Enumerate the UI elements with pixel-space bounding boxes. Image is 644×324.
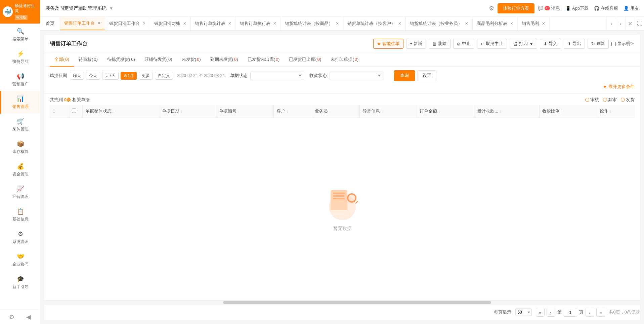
tab-home[interactable]: 首页	[40, 17, 60, 30]
tab-close-icon[interactable]: ✕	[510, 21, 513, 26]
select-all-checkbox[interactable]	[72, 109, 76, 113]
sidebar-item-marketing[interactable]: 📢 营销推广	[0, 69, 40, 91]
sidebar-item-purchase[interactable]: 🛒 采购管理	[0, 114, 40, 136]
cancel-stop-btn[interactable]: ↩ 取消中止	[477, 39, 507, 49]
tab-cash-clear[interactable]: 钱货日清工作台✕	[105, 17, 150, 30]
sort-icon-customer: ↕	[287, 110, 288, 113]
import-btn[interactable]: ⬇ 导入	[540, 39, 561, 49]
action-audit[interactable]: 审核	[585, 97, 599, 103]
prev-page-btn[interactable]: ‹	[547, 308, 555, 317]
date-btn-自定义[interactable]: 自定义	[155, 72, 173, 80]
show-detail-checkbox[interactable]: 显示明细	[611, 41, 635, 47]
scroll-thumb[interactable]	[223, 301, 491, 304]
trial-button[interactable]: 体验行业方案	[498, 3, 534, 13]
sub-tab-shipped-not-out[interactable]: 已发货未出库(0)	[243, 53, 285, 67]
date-btn-更多[interactable]: 更多	[139, 72, 153, 80]
sidebar-item-inventory[interactable]: 📦 库存核算	[0, 136, 40, 159]
tab-cash-account[interactable]: 钱货日清对账✕	[150, 17, 191, 30]
settings-bottom-icon[interactable]: ⚙	[9, 313, 14, 321]
date-btn-今天[interactable]: 今天	[86, 72, 100, 80]
sidebar-item-label: 基础信息	[12, 216, 29, 222]
add-btn[interactable]: + 新增	[406, 39, 426, 49]
refresh-btn[interactable]: ↻ 刷新	[588, 39, 609, 49]
filter-settings-button[interactable]: 设置	[418, 70, 436, 81]
sidebar-item-operations[interactable]: 📈 经营管理	[0, 181, 40, 204]
sub-tab-shipped-out[interactable]: 已发货已出库(0)	[284, 53, 326, 67]
date-btn-近1月[interactable]: 近1月	[121, 72, 137, 80]
sidebar-item-finance[interactable]: 💰 资金管理	[0, 159, 40, 181]
action-unaudit[interactable]: 弃审	[603, 97, 617, 103]
sub-tab-pending[interactable]: 待审核(0)	[74, 53, 102, 67]
tab-close-icon[interactable]: ✕	[273, 21, 276, 26]
query-button[interactable]: 查询	[394, 70, 415, 81]
tabbar-next-arrow[interactable]: ›	[616, 17, 625, 30]
app-download-item[interactable]: 📱 App下载	[565, 5, 589, 11]
delete-btn[interactable]: 🗑 删除	[429, 39, 450, 49]
sidebar-item-quick[interactable]: ⚡ 快捷导航	[0, 46, 40, 69]
th-checkbox[interactable]	[69, 105, 83, 118]
payment-select[interactable]	[330, 72, 383, 80]
tab-close-icon[interactable]: ✕	[228, 21, 231, 26]
tab-close-icon[interactable]: ✕	[542, 21, 545, 26]
smart-btn[interactable]: ★ 智能生单	[373, 39, 403, 49]
tab-goods-stats-product[interactable]: 销货单统计表（按商品）✕	[281, 17, 343, 30]
tab-close-icon[interactable]: ✕	[142, 21, 146, 26]
search-icon: 🔍	[17, 28, 24, 35]
sidebar-item-system[interactable]: ⚙ 系统管理	[0, 226, 40, 249]
topbar-settings-icon[interactable]: ⚙	[489, 5, 494, 12]
tab-sales-stats[interactable]: 销售订单统计表✕	[191, 17, 236, 30]
user-item[interactable]: 👤 用友	[624, 5, 639, 11]
delete-icon: 🗑	[432, 41, 437, 46]
show-detail-input[interactable]	[611, 42, 616, 46]
sub-tab-all[interactable]: 全部(0)	[50, 53, 74, 67]
tab-sales-profit[interactable]: 销售毛利✕	[518, 17, 550, 30]
sub-tab-wangpu[interactable]: 旺铺待发货(0)	[140, 53, 177, 67]
sidebar-item-sales[interactable]: 📊 销售管理	[0, 91, 40, 114]
topbar-title-arrow[interactable]: ▼	[109, 6, 113, 11]
tab-close-icon[interactable]: ✕	[465, 21, 468, 26]
sidebar-item-label: 资金管理	[12, 171, 29, 177]
last-page-btn[interactable]: »	[596, 308, 605, 317]
per-page-select[interactable]: 50 100 200	[515, 309, 532, 316]
first-page-btn[interactable]: «	[536, 308, 545, 317]
export-btn[interactable]: ⬆ 导出	[564, 39, 585, 49]
tab-sales-workbench[interactable]: 销售订单工作台✕	[60, 17, 105, 30]
sub-tab-not-shipped[interactable]: 未发货(0)	[177, 53, 206, 67]
message-item[interactable]: 💬 6 消息	[538, 5, 560, 11]
collapse-icon[interactable]: ◀	[26, 313, 31, 321]
tab-close-icon[interactable]: ✕	[336, 21, 339, 26]
date-btn-近7天[interactable]: 近7天	[102, 72, 119, 80]
stop-btn[interactable]: ⊘ 中止	[453, 39, 474, 49]
scroll-area[interactable]	[44, 300, 640, 304]
tab-sales-exec[interactable]: 销售订单执行表✕	[236, 17, 281, 30]
sub-tab-overdue-not-shipped[interactable]: 到期未发货(0)	[206, 53, 243, 67]
sub-tab-pending-inspect[interactable]: 待拣货发货(0)	[102, 53, 140, 67]
action-ship[interactable]: 发货	[621, 97, 635, 103]
date-filter: 单据日期 昨天今天近7天近1月更多自定义 2023-02-24 至 2023-0…	[50, 72, 225, 80]
tabbar-close-all[interactable]: ✕	[625, 17, 635, 30]
sidebar-item-label: 快捷导航	[12, 59, 29, 65]
service-item[interactable]: 🎧 在线客服	[594, 5, 618, 11]
page-input[interactable]	[564, 308, 577, 317]
sidebar-item-basic[interactable]: 📋 基础信息	[0, 204, 40, 226]
tabbar-expand[interactable]: ⛶	[635, 17, 644, 30]
sidebar-item-search[interactable]: 🔍 搜索菜单	[0, 24, 40, 46]
tab-close-icon[interactable]: ✕	[97, 21, 101, 26]
print-btn[interactable]: 🖨 打印 ▼	[510, 39, 537, 49]
tab-close-icon[interactable]: ✕	[398, 21, 401, 26]
sidebar-item-guide[interactable]: 🎓 新手引导	[0, 271, 40, 294]
tabbar-prev-arrow[interactable]: ‹	[606, 17, 616, 30]
sidebar-item-corp[interactable]: 🤝 企业协同	[0, 249, 40, 271]
filter-bar: 单据日期 昨天今天近7天近1月更多自定义 2023-02-24 至 2023-0…	[44, 67, 640, 93]
status-select[interactable]	[250, 72, 304, 80]
tab-goods-stats-staff[interactable]: 销货单统计表（按业务员）✕	[406, 17, 473, 30]
next-page-btn[interactable]: ›	[586, 308, 594, 317]
tab-profit-analysis[interactable]: 商品毛利分析表✕	[473, 17, 518, 30]
date-btn-昨天[interactable]: 昨天	[70, 72, 84, 80]
expand-filter[interactable]: ▼ 展开更多条件	[603, 84, 635, 90]
sub-tab-not-printed[interactable]: 未打印单据(0)	[326, 53, 363, 67]
expand-icon: ▼	[603, 84, 607, 89]
tab-goods-stats-customer[interactable]: 销货单统计表（按客户）✕	[343, 17, 406, 30]
tab-close-icon[interactable]: ✕	[183, 21, 186, 26]
sidebar-logo: 🐳 畅捷通好生意 标准版	[0, 0, 40, 24]
